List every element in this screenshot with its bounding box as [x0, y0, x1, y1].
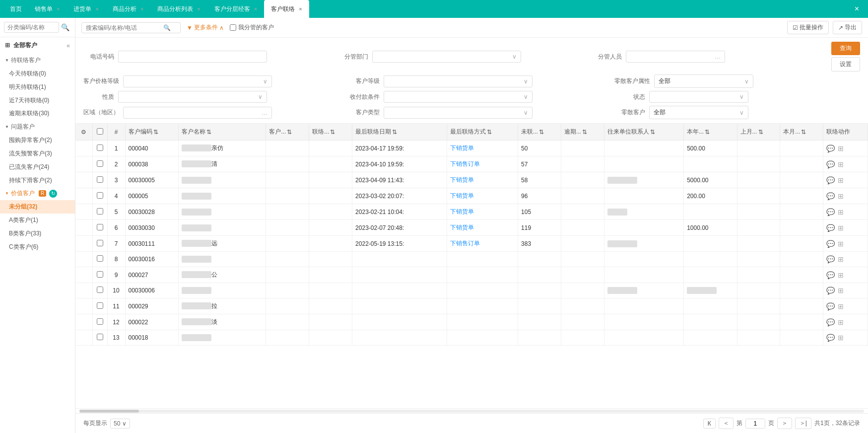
comment-icon[interactable]: 💬 — [826, 224, 835, 232]
reset-button[interactable]: 设置 — [831, 57, 860, 72]
sidebar-search-input[interactable] — [4, 22, 59, 33]
tab-product-analysis[interactable]: 商品分析 × — [106, 0, 150, 18]
tab-sales[interactable]: 销售单 × — [28, 0, 67, 18]
contact-method-link[interactable]: 下销货单 — [450, 224, 474, 231]
manager-input[interactable]: … — [626, 51, 725, 63]
contact-method-link[interactable]: 下销货单 — [450, 192, 474, 199]
th-unit-contact[interactable]: 往来单位联系人⇅ — [604, 124, 683, 141]
row-checkbox[interactable] — [97, 255, 103, 262]
sidebar-item-churned[interactable]: 已流失客户(24) — [0, 160, 75, 174]
grid-action-icon[interactable]: ⊞ — [838, 176, 844, 184]
sidebar-search-icon[interactable]: 🔍 — [61, 23, 69, 31]
th-no-contact[interactable]: 未联...⇅ — [518, 124, 561, 141]
sidebar-item-declining[interactable]: 持续下滑客户(2) — [0, 174, 75, 187]
pending-group-header[interactable]: ▼ 待联络客户 — [0, 54, 75, 67]
sidebar-item-class-a[interactable]: A类客户(1) — [0, 214, 75, 227]
filter-search-icon[interactable]: 🔍 — [163, 24, 171, 31]
grid-action-icon[interactable]: ⊞ — [838, 255, 844, 263]
contact-method-link[interactable]: 下销货单 — [450, 176, 474, 183]
grid-action-icon[interactable]: ⊞ — [838, 287, 844, 294]
horizontal-scrollbar[interactable] — [75, 408, 868, 413]
close-customer-segment-icon[interactable]: × — [254, 6, 257, 12]
last-page-button[interactable]: ＞| — [795, 418, 811, 429]
row-checkbox[interactable] — [97, 208, 103, 215]
tab-home[interactable]: 首页 — [4, 0, 28, 18]
sidebar-item-class-b[interactable]: B类客户(33) — [0, 227, 75, 240]
all-customers-header[interactable]: ⊞ 全部客户 « — [0, 37, 75, 54]
th-gear[interactable]: ⚙ — [75, 124, 92, 141]
comment-icon[interactable]: 💬 — [826, 160, 835, 168]
phone-input[interactable] — [118, 51, 267, 63]
th-this-month[interactable]: 本月...⇅ — [780, 124, 823, 141]
row-checkbox[interactable] — [97, 302, 103, 309]
sidebar-item-hoarding-abnormal[interactable]: 囤购异常客户(2) — [0, 134, 75, 147]
sidebar-item-today-pending[interactable]: 今天待联络(0) — [0, 67, 75, 80]
comment-icon[interactable]: 💬 — [826, 144, 835, 152]
row-checkbox[interactable] — [97, 271, 103, 278]
sidebar-item-class-c[interactable]: C类客户(6) — [0, 240, 75, 254]
price-level-select[interactable]: ∨ — [123, 75, 272, 87]
th-last-month[interactable]: 上月...⇅ — [737, 124, 780, 141]
filter-search-input[interactable] — [86, 24, 160, 31]
refresh-icon[interactable]: ↻ — [49, 190, 57, 198]
sidebar-item-tomorrow-pending[interactable]: 明天待联络(1) — [0, 80, 75, 94]
problem-group-header[interactable]: ▼ 问题客户 — [0, 120, 75, 134]
customer-type-select[interactable]: ∨ — [384, 107, 533, 119]
comment-icon[interactable]: 💬 — [826, 208, 835, 216]
next-page-button[interactable]: ＞ — [777, 418, 792, 429]
comment-icon[interactable]: 💬 — [826, 271, 835, 279]
retail-customer-select[interactable]: 全部 ∨ — [649, 106, 748, 119]
retail-attr-select[interactable]: 全部 ∨ — [654, 74, 753, 88]
close-all-tabs-button[interactable]: × — [850, 4, 864, 13]
grid-action-icon[interactable]: ⊞ — [838, 334, 844, 342]
grid-action-icon[interactable]: ⊞ — [838, 160, 844, 168]
page-number-input[interactable] — [745, 419, 765, 429]
row-checkbox[interactable] — [97, 144, 103, 151]
close-product-analysis-list-icon[interactable]: × — [197, 6, 200, 12]
sidebar-item-unsorted[interactable]: 未分组(32) — [0, 200, 75, 214]
th-code[interactable]: 客户编码⇅ — [125, 124, 178, 141]
comment-icon[interactable]: 💬 — [826, 302, 835, 310]
th-type[interactable]: 客户...⇅ — [266, 124, 309, 141]
contact-method-link[interactable]: 下销售订单 — [450, 160, 480, 167]
grid-action-icon[interactable]: ⊞ — [838, 271, 844, 279]
th-last-contact-method[interactable]: 最后联络方式⇅ — [447, 124, 518, 141]
row-checkbox[interactable] — [97, 318, 103, 325]
row-checkbox[interactable] — [97, 224, 103, 230]
payment-select[interactable]: ∨ — [384, 91, 533, 103]
comment-icon[interactable]: 💬 — [826, 287, 835, 294]
grid-action-icon[interactable]: ⊞ — [838, 302, 844, 310]
dept-select[interactable]: ∨ — [372, 51, 521, 63]
nature-select[interactable]: ∨ — [118, 91, 267, 103]
grid-action-icon[interactable]: ⊞ — [838, 240, 844, 248]
sidebar-item-week-pending[interactable]: 近7天待联络(0) — [0, 94, 75, 107]
query-button[interactable]: 查询 — [831, 42, 860, 55]
th-this-year[interactable]: 本年...⇅ — [684, 124, 737, 141]
filter-more-btn[interactable]: ▼ 更多条件 ∧ — [187, 23, 224, 32]
row-checkbox[interactable] — [97, 240, 103, 246]
tab-customer-contact[interactable]: 客户联络 × — [264, 0, 309, 18]
grid-action-icon[interactable]: ⊞ — [838, 208, 844, 216]
contact-method-link[interactable]: 下销售订单 — [450, 240, 480, 247]
grid-action-icon[interactable]: ⊞ — [838, 144, 844, 152]
row-checkbox[interactable] — [97, 334, 103, 340]
status-select[interactable]: ∨ — [649, 91, 748, 103]
row-checkbox[interactable] — [97, 192, 103, 199]
th-contact[interactable]: 联络...⇅ — [309, 124, 352, 141]
sidebar-collapse-btn[interactable]: « — [67, 42, 70, 49]
grid-action-icon[interactable]: ⊞ — [838, 224, 844, 232]
row-checkbox[interactable] — [97, 176, 103, 183]
close-product-analysis-icon[interactable]: × — [140, 6, 143, 12]
contact-method-link[interactable]: 下销货单 — [450, 144, 474, 151]
region-select[interactable]: … — [123, 107, 272, 119]
close-customer-contact-icon[interactable]: × — [299, 6, 302, 12]
scrollbar-thumb[interactable] — [79, 410, 139, 413]
th-overdue[interactable]: 逾期...⇅ — [561, 124, 604, 141]
first-page-button[interactable]: К — [703, 419, 716, 429]
my-customers-checkbox[interactable] — [230, 24, 236, 31]
row-checkbox[interactable] — [97, 160, 103, 167]
grid-action-icon[interactable]: ⊞ — [838, 192, 844, 200]
row-checkbox[interactable] — [97, 287, 103, 293]
contact-method-link[interactable]: 下销货单 — [450, 208, 474, 215]
tab-product-analysis-list[interactable]: 商品分析列表 × — [150, 0, 207, 18]
